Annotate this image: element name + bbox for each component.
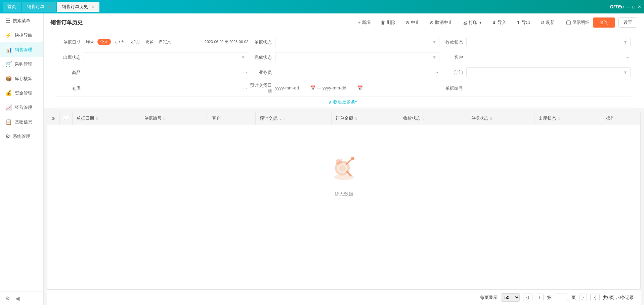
tab-sales-order-history-label: 销售订单历史	[62, 4, 88, 10]
doc-status-select[interactable]: ▼	[275, 37, 439, 47]
sidebar-collapse-icon[interactable]: ◀	[15, 295, 19, 302]
sales-mgmt-icon: 📊	[5, 46, 12, 53]
print-label: 打印	[469, 20, 477, 26]
page-header: 销售订单历史 + 新增 🗑 删除 ⊘ 中止 ⊗	[44, 13, 644, 108]
calendar-start-icon[interactable]: 📅	[310, 85, 315, 90]
complete-status-select[interactable]: ▼	[275, 52, 439, 62]
setting-button[interactable]: 设置	[618, 17, 637, 28]
query-button[interactable]: 查询	[593, 17, 615, 28]
department-select[interactable]: ▼	[466, 67, 631, 77]
sidebar-item-search-menu[interactable]: ☰ 搜索菜单	[0, 13, 43, 28]
filter-cell-doc-status: 单据状态 ▼	[248, 35, 439, 50]
tab-home[interactable]: 首页	[3, 2, 21, 12]
date-today[interactable]: 今天	[97, 39, 111, 45]
customer-ellipsis[interactable]: ···	[624, 54, 631, 60]
sidebar-item-base-info[interactable]: 📋 基础信息	[0, 115, 43, 129]
th-order-amount[interactable]: 订单金额 ⇅	[331, 112, 399, 125]
th-expected-delivery[interactable]: 预计交货... ⇅	[256, 112, 332, 125]
sidebar-item-ops-mgmt-label: 经营管理	[15, 105, 32, 111]
prev-page-button[interactable]: ⟨	[536, 294, 544, 301]
sidebar-item-sales-mgmt-label: 销售管理	[15, 47, 32, 53]
stop-icon: ⊘	[405, 20, 410, 25]
show-detail-checkbox-label[interactable]: 显示明细	[566, 20, 590, 26]
import-button[interactable]: ⬇ 导入	[489, 18, 510, 27]
table-gear-icon[interactable]: ⚙	[51, 116, 55, 121]
show-detail-checkbox[interactable]	[566, 21, 571, 25]
filter-cell-delivery-status: 出库状态 ▼	[57, 50, 248, 65]
th-doc-status[interactable]: 单据状态 ⇅	[467, 112, 534, 125]
doc-number-label: 单据编号	[439, 85, 466, 91]
sidebar: ☰ 搜索菜单 ⚡ 快捷导航 📊 销售管理 🛒 采购管理 📦 库存核算 💰 资金管…	[0, 13, 44, 305]
sidebar-item-inventory[interactable]: 📦 库存核算	[0, 71, 43, 86]
date-custom[interactable]: 自定义	[157, 39, 173, 45]
next-page-button[interactable]: ⟩	[579, 294, 587, 301]
customer-input[interactable]	[466, 54, 623, 60]
expected-date-start[interactable]	[275, 85, 309, 90]
salesman-ellipsis[interactable]: ···	[433, 70, 439, 75]
th-number[interactable]: 单据编号 ⇅	[140, 112, 208, 125]
date-last1m[interactable]: 近1月	[128, 39, 142, 45]
toolbar-divider	[562, 20, 562, 25]
th-delivery-status[interactable]: 出库状态 ⇅	[534, 112, 602, 125]
print-button[interactable]: 🖨 打印 ▼	[459, 18, 485, 27]
last-page-button[interactable]: ⟩⟩	[590, 294, 600, 301]
date-yesterday[interactable]: 昨天	[84, 39, 96, 45]
th-date[interactable]: 单据日期 ⇅	[73, 112, 140, 125]
export-button[interactable]: ⬆ 导出	[513, 18, 534, 27]
cancel-stop-button[interactable]: ⊗ 取消中止	[426, 18, 456, 27]
delivery-status-dropdown-icon: ▼	[241, 55, 245, 60]
import-label: 导入	[498, 20, 506, 26]
department-value: ▼	[466, 67, 631, 78]
filter-cell-doc-number: 单据编号	[439, 80, 631, 97]
delete-button[interactable]: 🗑 删除	[377, 18, 399, 27]
tab-sales-order-history-close[interactable]: ✕	[91, 4, 95, 9]
sidebar-item-purchase-mgmt[interactable]: 🛒 采购管理	[0, 57, 43, 71]
goods-input[interactable]	[84, 70, 241, 75]
delivery-status-select[interactable]: ▼	[84, 52, 248, 62]
tab-home-label: 首页	[7, 4, 16, 10]
refresh-button[interactable]: ↺ 刷新	[537, 18, 558, 27]
per-page-select[interactable]: 50 10 20 100	[501, 293, 520, 302]
th-settings: ⚙	[47, 112, 60, 125]
sidebar-item-sales-mgmt[interactable]: 📊 销售管理	[0, 42, 43, 57]
sidebar-item-quick-nav[interactable]: ⚡ 快捷导航	[0, 28, 43, 42]
date-last7[interactable]: 近7天	[112, 39, 127, 45]
empty-state: 暂无数据	[47, 125, 640, 224]
th-receipt-status-sort-icon: ⇅	[422, 117, 425, 120]
svg-point-8	[339, 159, 342, 164]
new-button[interactable]: + 新增	[354, 18, 374, 27]
stop-button[interactable]: ⊘ 中止	[402, 18, 423, 27]
delivery-status-value: ▼	[84, 52, 248, 63]
th-delivery-status-label: 出库状态	[539, 115, 556, 121]
tab-sales-order-close[interactable]: ✕	[48, 4, 51, 9]
th-order-amount-label: 订单金额	[336, 115, 353, 121]
empty-state-cell: 暂无数据	[47, 125, 640, 224]
select-all-checkbox[interactable]	[64, 116, 68, 120]
minimize-button[interactable]: ─	[627, 4, 630, 9]
sidebar-item-ops-mgmt[interactable]: 📈 经营管理	[0, 100, 43, 115]
warehouse-ellipsis[interactable]: ···	[242, 85, 248, 90]
warehouse-input[interactable]	[84, 85, 241, 90]
tab-sales-order[interactable]: 销售订单 ✕	[22, 2, 56, 12]
sidebar-item-sys-mgmt[interactable]: ⚙ 系统管理	[0, 129, 43, 144]
th-action-label: 操作	[606, 116, 615, 121]
date-more[interactable]: 更多	[143, 39, 156, 45]
goods-ellipsis[interactable]: ···	[242, 70, 248, 75]
calendar-end-icon[interactable]: 📅	[357, 85, 363, 90]
sidebar-settings-icon[interactable]: ⚙	[5, 295, 10, 302]
first-page-button[interactable]: ⟨⟨	[523, 294, 532, 301]
th-customer[interactable]: 客户 ⇅	[208, 112, 256, 125]
salesman-input[interactable]	[275, 70, 432, 75]
close-button[interactable]: ✕	[638, 4, 641, 9]
maximize-button[interactable]: □	[632, 4, 635, 9]
collapse-bar[interactable]: ∧ 收起更多条件	[50, 97, 637, 108]
sidebar-item-capital-mgmt-label: 资金管理	[15, 90, 32, 96]
doc-number-input[interactable]	[466, 85, 631, 90]
receipt-status-select[interactable]: ▼	[466, 37, 631, 47]
sidebar-item-capital-mgmt[interactable]: 💰 资金管理	[0, 86, 43, 100]
tab-sales-order-history[interactable]: 销售订单历史 ✕	[57, 2, 99, 12]
filter-cell-salesman: 业务员 ···	[248, 65, 439, 80]
page-input[interactable]: 1	[555, 294, 568, 301]
expected-date-end[interactable]	[323, 85, 356, 90]
th-receipt-status[interactable]: 收款状态 ⇅	[399, 112, 467, 125]
